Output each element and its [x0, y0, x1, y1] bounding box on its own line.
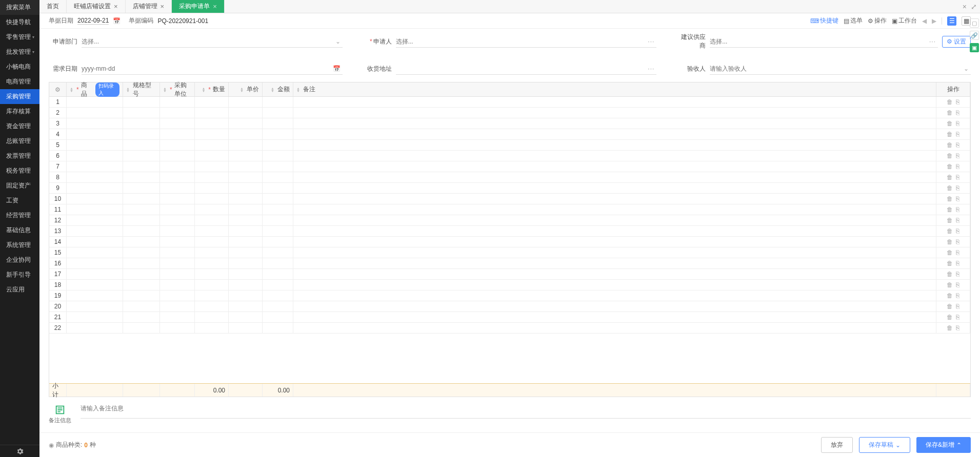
ship-addr-input[interactable] — [396, 65, 646, 72]
select-order-link[interactable]: ▤ 选单 — [844, 16, 863, 25]
applicant-input[interactable] — [396, 38, 646, 45]
delete-row-icon[interactable]: 🗑 — [945, 303, 954, 310]
table-row[interactable]: 6🗑⎘ — [49, 151, 970, 161]
sidebar-item-19[interactable]: 云应用 — [0, 282, 39, 297]
copy-row-icon[interactable]: ⎘ — [954, 195, 961, 202]
copy-row-icon[interactable]: ⎘ — [954, 184, 961, 192]
nav-prev-icon[interactable]: ◀ — [922, 17, 927, 25]
delete-row-icon[interactable]: 🗑 — [945, 195, 954, 202]
save-draft-button[interactable]: 保存草稿⌄ — [859, 437, 910, 453]
delete-row-icon[interactable]: 🗑 — [945, 227, 954, 235]
need-date-field[interactable]: 📅 — [82, 63, 343, 75]
copy-row-icon[interactable]: ⎘ — [954, 120, 961, 127]
table-row[interactable]: 21🗑⎘ — [49, 312, 970, 323]
copy-row-icon[interactable]: ⎘ — [954, 292, 961, 299]
copy-row-icon[interactable]: ⎘ — [954, 109, 961, 116]
copy-row-icon[interactable]: ⎘ — [954, 141, 961, 149]
table-row[interactable]: 13🗑⎘ — [49, 226, 970, 237]
sidebar-item-6[interactable]: 采购管理 — [0, 89, 39, 104]
table-row[interactable]: 22🗑⎘ — [49, 323, 970, 334]
notes-input[interactable] — [81, 404, 971, 419]
sidebar-item-17[interactable]: 企业协同 — [0, 253, 39, 267]
applicant-select[interactable]: ··· — [396, 35, 657, 48]
sidebar-item-3[interactable]: 批发管理▾ — [0, 45, 39, 59]
sidebar-item-2[interactable]: 零售管理▾ — [0, 30, 39, 45]
ship-addr-field[interactable]: ··· — [396, 63, 657, 75]
operate-link[interactable]: ⚙ 操作 — [868, 16, 887, 25]
sidebar-item-10[interactable]: 发票管理 — [0, 149, 39, 163]
need-date-input[interactable] — [82, 65, 331, 72]
copy-row-icon[interactable]: ⎘ — [954, 303, 961, 310]
table-row[interactable]: 2🗑⎘ — [49, 108, 970, 118]
table-row[interactable]: 14🗑⎘ — [49, 237, 970, 247]
delete-row-icon[interactable]: 🗑 — [945, 131, 954, 138]
delete-row-icon[interactable]: 🗑 — [945, 206, 954, 213]
nav-next-icon[interactable]: ▶ — [932, 17, 936, 25]
delete-row-icon[interactable]: 🗑 — [945, 98, 954, 106]
sidebar-item-18[interactable]: 新手引导 — [0, 267, 39, 282]
save-and-new-button[interactable]: 保存&新增⌃ — [916, 437, 971, 453]
copy-row-icon[interactable]: ⎘ — [954, 314, 961, 321]
delete-row-icon[interactable]: 🗑 — [945, 120, 954, 127]
apply-dept-input[interactable] — [82, 38, 333, 45]
chevron-down-icon[interactable]: ⌄ — [333, 38, 343, 45]
table-row[interactable]: 12🗑⎘ — [49, 215, 970, 226]
table-row[interactable]: 20🗑⎘ — [49, 301, 970, 312]
tab-1[interactable]: 旺铺店铺设置× — [67, 0, 126, 13]
sidebar-item-15[interactable]: 基础信息 — [0, 223, 39, 238]
copy-row-icon[interactable]: ⎘ — [954, 260, 961, 267]
rail-item-1[interactable]: ▢ — [970, 18, 979, 28]
sidebar-item-14[interactable]: 经营管理 — [0, 208, 39, 223]
apply-dept-select[interactable]: ⌄ — [82, 35, 343, 48]
quick-keys-link[interactable]: ⌨ 快捷键 — [810, 16, 838, 25]
sidebar-item-0[interactable]: 搜索菜单 — [0, 0, 39, 15]
table-row[interactable]: 17🗑⎘ — [49, 269, 970, 280]
sidebar-item-11[interactable]: 税务管理 — [0, 163, 39, 178]
table-row[interactable]: 4🗑⎘ — [49, 129, 970, 140]
delete-row-icon[interactable]: 🗑 — [945, 174, 954, 181]
discard-button[interactable]: 放弃 — [821, 437, 853, 453]
tab-expand-icon[interactable]: ⤢ — [971, 3, 977, 11]
delete-row-icon[interactable]: 🗑 — [945, 184, 954, 192]
calendar-icon[interactable]: 📅 — [331, 65, 343, 72]
table-row[interactable]: 10🗑⎘ — [49, 194, 970, 204]
tab-close-all-icon[interactable]: × — [963, 3, 967, 11]
close-icon[interactable]: × — [161, 3, 165, 10]
sidebar-settings-button[interactable] — [0, 445, 39, 457]
table-row[interactable]: 1🗑⎘ — [49, 97, 970, 108]
verifier-input[interactable] — [710, 65, 962, 72]
col-spec[interactable]: ▲▼ 规格型号 — [123, 82, 160, 96]
copy-row-icon[interactable]: ⎘ — [954, 131, 961, 138]
view-list-button[interactable]: ☰ — [947, 16, 956, 26]
more-icon[interactable]: ··· — [646, 38, 656, 45]
table-row[interactable]: 19🗑⎘ — [49, 290, 970, 301]
scan-input-chip[interactable]: 扫码录入 — [95, 82, 119, 97]
copy-row-icon[interactable]: ⎘ — [954, 217, 961, 224]
table-row[interactable]: 8🗑⎘ — [49, 172, 970, 183]
delete-row-icon[interactable]: 🗑 — [945, 163, 954, 170]
delete-row-icon[interactable]: 🗑 — [945, 324, 954, 331]
copy-row-icon[interactable]: ⎘ — [954, 249, 961, 256]
table-row[interactable]: 5🗑⎘ — [49, 140, 970, 151]
table-row[interactable]: 18🗑⎘ — [49, 280, 970, 290]
close-icon[interactable]: × — [213, 3, 217, 10]
more-icon[interactable]: ··· — [927, 38, 938, 45]
sidebar-item-13[interactable]: 工资 — [0, 193, 39, 208]
copy-row-icon[interactable]: ⎘ — [954, 227, 961, 235]
column-settings[interactable]: ⚙ — [49, 82, 67, 96]
sidebar-item-12[interactable]: 固定资产 — [0, 178, 39, 193]
col-remark[interactable]: ▲▼ 备注 — [293, 82, 936, 96]
copy-row-icon[interactable]: ⎘ — [954, 98, 961, 106]
delete-row-icon[interactable]: 🗑 — [945, 249, 954, 256]
sidebar-item-4[interactable]: 小畅电商 — [0, 59, 39, 74]
sidebar-item-7[interactable]: 库存核算 — [0, 104, 39, 119]
delete-row-icon[interactable]: 🗑 — [945, 217, 954, 224]
table-row[interactable]: 9🗑⎘ — [49, 183, 970, 194]
tab-2[interactable]: 店铺管理× — [126, 0, 172, 13]
table-row[interactable]: 16🗑⎘ — [49, 258, 970, 269]
sidebar-item-8[interactable]: 资金管理 — [0, 119, 39, 134]
copy-row-icon[interactable]: ⎘ — [954, 163, 961, 170]
copy-row-icon[interactable]: ⎘ — [954, 281, 961, 288]
col-qty[interactable]: ▲▼* 数量 — [195, 82, 229, 96]
sidebar-item-9[interactable]: 总账管理 — [0, 134, 39, 149]
